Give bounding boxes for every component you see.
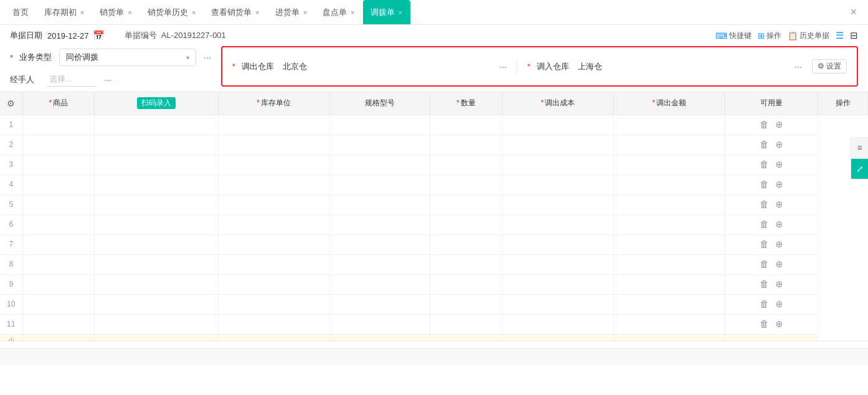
tab-purchase-order[interactable]: 进货单×: [268, 0, 315, 24]
copy-icon[interactable]: ⊕: [775, 199, 783, 209]
delete-icon[interactable]: 🗑: [760, 318, 769, 329]
row-amount[interactable]: [502, 214, 613, 234]
row-qty[interactable]: [329, 194, 430, 214]
float-list-button[interactable]: ≡: [851, 137, 868, 158]
settings-button[interactable]: ⚙ 设置: [812, 59, 847, 74]
row-amount[interactable]: [502, 155, 613, 174]
delete-icon[interactable]: 🗑: [760, 278, 769, 289]
row-spec[interactable]: [218, 174, 329, 194]
row-cost[interactable]: [430, 274, 502, 294]
row-unit[interactable]: [95, 294, 218, 314]
copy-icon[interactable]: ⊕: [775, 139, 783, 150]
copy-icon[interactable]: ⊕: [775, 259, 783, 269]
handler-input[interactable]: 选择...: [47, 72, 97, 87]
delete-icon[interactable]: 🗑: [760, 219, 769, 229]
row-product[interactable]: [22, 314, 95, 334]
scan-button[interactable]: 扫码录入: [137, 97, 176, 109]
copy-icon[interactable]: ⊕: [775, 219, 783, 229]
row-spec[interactable]: [218, 155, 329, 174]
row-spec[interactable]: [218, 294, 329, 314]
tab-sales-history[interactable]: 销货单历史×: [140, 0, 204, 24]
delete-icon[interactable]: 🗑: [760, 139, 769, 150]
row-spec[interactable]: [218, 115, 329, 135]
tab-close-sales-order[interactable]: ×: [128, 9, 131, 16]
row-cost[interactable]: [430, 294, 502, 314]
tab-close-inventory-check[interactable]: ×: [351, 9, 354, 16]
row-product[interactable]: [22, 194, 95, 214]
row-unit[interactable]: [95, 135, 218, 155]
row-cost[interactable]: [430, 214, 502, 234]
row-qty[interactable]: [329, 234, 430, 254]
row-available[interactable]: [613, 194, 725, 214]
row-available[interactable]: [613, 314, 725, 334]
subtotal-copy-icon[interactable]: ⊕: [775, 341, 783, 341]
calendar-icon[interactable]: 📅: [93, 30, 105, 41]
shortcut-button[interactable]: ⌨ 快捷键: [715, 31, 752, 41]
copy-icon[interactable]: ⊕: [775, 239, 783, 249]
row-product[interactable]: [22, 234, 95, 254]
row-cost[interactable]: [430, 254, 502, 274]
delete-icon[interactable]: 🗑: [760, 179, 769, 189]
tab-inventory-check[interactable]: 盘点单×: [315, 0, 362, 24]
row-available[interactable]: [613, 274, 725, 294]
subtotal-delete-icon[interactable]: 🗑: [760, 341, 769, 341]
delete-icon[interactable]: 🗑: [760, 259, 769, 269]
row-spec[interactable]: [218, 274, 329, 294]
row-unit[interactable]: [95, 155, 218, 174]
layout-grid-button[interactable]: ⊟: [850, 30, 858, 41]
row-cost[interactable]: [430, 314, 502, 334]
row-qty[interactable]: [329, 214, 430, 234]
row-amount[interactable]: [502, 254, 613, 274]
tab-close-inventory-init[interactable]: ×: [80, 9, 84, 16]
row-product[interactable]: [22, 115, 95, 135]
row-qty[interactable]: [329, 274, 430, 294]
tab-sales-order[interactable]: 销货单×: [92, 0, 139, 24]
copy-icon[interactable]: ⊕: [775, 318, 783, 329]
row-unit[interactable]: [95, 115, 218, 135]
row-qty[interactable]: [329, 135, 430, 155]
tab-view-sales[interactable]: 查看销货单×: [204, 0, 267, 24]
row-available[interactable]: [613, 155, 725, 174]
row-unit[interactable]: [95, 174, 218, 194]
row-product[interactable]: [22, 174, 95, 194]
tab-transfer-order[interactable]: 调拨单×: [363, 0, 410, 24]
row-unit[interactable]: [95, 194, 218, 214]
delete-icon[interactable]: 🗑: [760, 199, 769, 209]
row-unit[interactable]: [95, 234, 218, 254]
layout-list-button[interactable]: ☰: [836, 30, 844, 41]
handler-more-button[interactable]: ···: [104, 75, 111, 85]
row-product[interactable]: [22, 155, 95, 174]
biz-type-select[interactable]: 同价调拨 ▾: [59, 49, 196, 66]
row-available[interactable]: [613, 234, 725, 254]
row-spec[interactable]: [218, 314, 329, 334]
tab-inventory-init[interactable]: 库存期初×: [37, 0, 92, 24]
row-spec[interactable]: [218, 194, 329, 214]
row-cost[interactable]: [430, 115, 502, 135]
row-qty[interactable]: [329, 314, 430, 334]
copy-icon[interactable]: ⊕: [775, 179, 783, 189]
row-cost[interactable]: [430, 234, 502, 254]
row-cost[interactable]: [430, 194, 502, 214]
delete-icon[interactable]: 🗑: [760, 239, 769, 249]
row-spec[interactable]: [218, 234, 329, 254]
tab-close-purchase-order[interactable]: ×: [303, 9, 307, 16]
copy-icon[interactable]: ⊕: [775, 119, 783, 130]
row-amount[interactable]: [502, 314, 613, 334]
row-qty[interactable]: [329, 115, 430, 135]
row-unit[interactable]: [95, 314, 218, 334]
table-settings-header[interactable]: ⚙: [0, 92, 22, 115]
row-cost[interactable]: [430, 155, 502, 174]
row-spec[interactable]: [218, 214, 329, 234]
row-product[interactable]: [22, 135, 95, 155]
copy-icon[interactable]: ⊕: [775, 278, 783, 289]
row-amount[interactable]: [502, 194, 613, 214]
table-gear-icon[interactable]: ⚙: [7, 98, 15, 108]
row-unit[interactable]: [95, 214, 218, 234]
tab-close-sales-history[interactable]: ×: [192, 9, 196, 16]
row-qty[interactable]: [329, 174, 430, 194]
window-close-button[interactable]: ×: [844, 6, 863, 19]
biz-more-button[interactable]: ···: [204, 52, 211, 62]
tab-close-view-sales[interactable]: ×: [255, 9, 259, 16]
row-product[interactable]: [22, 294, 95, 314]
source-warehouse-more[interactable]: ···: [499, 62, 507, 72]
